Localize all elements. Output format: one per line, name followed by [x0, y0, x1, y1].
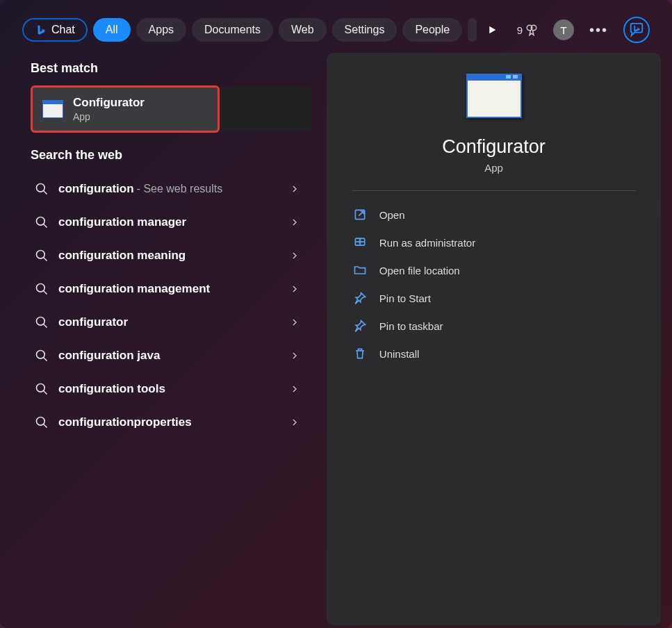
chevron-right-icon [290, 285, 299, 293]
svg-line-13 [44, 358, 47, 361]
detail-subtitle: App [484, 162, 503, 174]
app-icon [42, 100, 63, 118]
best-match-item-bg [220, 87, 311, 131]
svg-line-9 [44, 291, 47, 295]
chevron-right-icon [290, 418, 299, 427]
detail-title: Configurator [442, 136, 546, 158]
tab-chat-label: Chat [51, 24, 75, 36]
web-result-item[interactable]: configurationproperties [31, 406, 317, 439]
best-match-subtitle: App [73, 111, 145, 122]
action-open-file-location[interactable]: Open file location [352, 256, 636, 284]
search-panel: Chat All Apps Documents Web Settings Peo… [0, 0, 672, 628]
action-open[interactable]: Open [352, 201, 636, 229]
action-label: Pin to Start [379, 292, 431, 304]
web-result-item[interactable]: configurator [31, 306, 317, 339]
tab-settings[interactable]: Settings [332, 18, 398, 42]
detail-column: Configurator App OpenRun as administrato… [327, 53, 661, 625]
svg-point-6 [37, 251, 45, 259]
chevron-right-icon [290, 185, 299, 193]
web-result-item[interactable]: configuration java [31, 339, 317, 372]
rewards-score[interactable]: 9 [517, 24, 538, 36]
web-result-term: configuration manager [58, 215, 186, 229]
web-result-item[interactable]: configuration manager [31, 206, 317, 239]
svg-point-4 [37, 217, 45, 226]
svg-line-3 [44, 191, 47, 195]
web-result-item[interactable]: configuration tools [31, 372, 317, 406]
user-avatar[interactable]: T [553, 19, 574, 40]
pin-icon [353, 319, 367, 333]
web-result-term: configurator [58, 315, 128, 329]
tab-people[interactable]: People [402, 18, 462, 42]
search-icon [35, 182, 49, 196]
medal-icon [525, 24, 538, 36]
play-icon [486, 24, 498, 36]
more-button[interactable]: ••• [589, 22, 608, 38]
svg-point-12 [37, 351, 45, 359]
svg-point-16 [37, 418, 45, 426]
search-icon [35, 215, 49, 229]
action-label: Run as administrator [379, 237, 475, 249]
top-right-controls: 9 T ••• [482, 17, 650, 43]
tab-overflow[interactable] [468, 18, 476, 42]
svg-line-11 [44, 324, 47, 328]
web-result-term: configuration tools [58, 382, 165, 396]
tab-chat[interactable]: Chat [22, 18, 88, 42]
search-icon [35, 349, 49, 363]
detail-app-icon [466, 74, 522, 118]
results-column: Best match Configurator App Search the w… [11, 51, 317, 625]
action-label: Open [379, 209, 405, 221]
bing-icon [35, 24, 47, 36]
search-icon [35, 315, 49, 329]
action-run-as-administrator[interactable]: Run as administrator [352, 229, 636, 256]
best-match-title: Configurator [73, 96, 145, 110]
bing-chat-icon [629, 22, 644, 38]
folder-icon [353, 263, 367, 277]
chevron-right-icon [290, 352, 299, 360]
action-label: Open file location [379, 265, 460, 276]
divider [352, 190, 636, 191]
web-result-term: configuration java [58, 349, 160, 363]
web-result-term: configuration [58, 182, 134, 196]
svg-point-10 [37, 317, 45, 326]
web-result-term: configuration meaning [58, 249, 186, 263]
top-tabs: Chat All Apps Documents Web Settings Peo… [0, 0, 672, 51]
action-uninstall[interactable]: Uninstall [352, 340, 636, 367]
web-results-list: configuration - See web resultsconfigura… [31, 172, 317, 439]
svg-line-7 [44, 258, 47, 261]
action-pin-to-start[interactable]: Pin to Start [352, 284, 636, 312]
svg-point-14 [37, 384, 45, 392]
action-label: Uninstall [379, 348, 420, 360]
svg-line-17 [44, 424, 47, 428]
svg-line-5 [44, 224, 47, 228]
content-columns: Best match Configurator App Search the w… [0, 51, 672, 625]
chevron-right-icon [290, 251, 299, 260]
action-pin-to-taskbar[interactable]: Pin to taskbar [352, 312, 636, 340]
svg-point-2 [37, 184, 45, 192]
action-label: Pin to taskbar [379, 320, 443, 332]
tab-documents[interactable]: Documents [192, 18, 273, 42]
trash-icon [353, 347, 367, 361]
search-icon [35, 382, 49, 396]
svg-line-15 [44, 391, 47, 395]
tab-all[interactable]: All [93, 18, 131, 42]
bing-chat-button[interactable] [623, 17, 650, 43]
web-result-item[interactable]: configuration management [31, 272, 317, 306]
play-button[interactable] [482, 20, 502, 40]
search-icon [35, 282, 49, 296]
chevron-right-icon [290, 385, 299, 393]
search-icon [35, 415, 49, 429]
chevron-right-icon [290, 218, 299, 226]
best-match-label: Best match [31, 61, 317, 76]
search-web-label: Search the web [31, 148, 317, 163]
open-icon [353, 208, 367, 222]
tab-apps[interactable]: Apps [136, 18, 186, 42]
search-icon [35, 249, 49, 263]
web-result-term: configurationproperties [58, 415, 192, 429]
web-result-suffix: - See web results [137, 183, 223, 195]
web-result-item[interactable]: configuration meaning [31, 239, 317, 272]
shield-icon [353, 236, 367, 249]
web-result-item[interactable]: configuration - See web results [31, 172, 317, 206]
tab-web[interactable]: Web [279, 18, 327, 42]
best-match-item[interactable]: Configurator App [31, 85, 220, 133]
chevron-right-icon [290, 318, 299, 327]
